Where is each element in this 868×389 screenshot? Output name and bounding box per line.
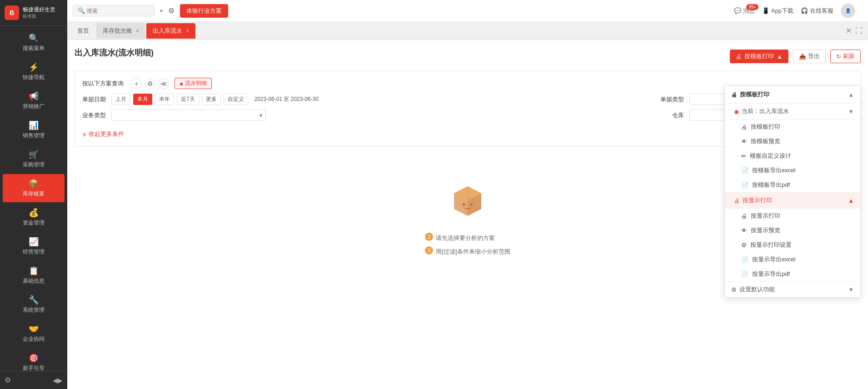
date-this-month[interactable]: 本月 <box>133 94 152 105</box>
sidebar-item-label: 资金管理 <box>23 219 45 227</box>
app-download-button[interactable]: 📱 App下载 <box>762 7 793 15</box>
empty-step-2: 2 用[过滤]条件来缩小分析范围 <box>425 246 510 258</box>
topbar: 🔍 ▾ ⚙ 体验行业方案 💬 消息 99+ 📱 App下载 🎧 在线客服 <box>67 0 868 22</box>
sidebar-item-label: 新手引导 <box>23 364 45 371</box>
svg-point-6 <box>470 203 473 206</box>
date-this-year[interactable]: 本年 <box>155 94 174 105</box>
sidebar-item-search[interactable]: 🔍 搜索菜单 <box>3 29 65 57</box>
sidebar-item-sales[interactable]: 📊 销售管理 <box>3 116 65 144</box>
dropdown-section-display-header[interactable]: 🖨 按显示打印 ▲ <box>725 193 860 208</box>
display-section-text: 按显示打印 <box>743 196 772 204</box>
message-badge: 99+ <box>746 4 758 10</box>
app-name: 畅捷通好生意 <box>23 6 55 14</box>
dropdown-item-template-design[interactable]: ✏ 模板自定义设计 <box>725 149 860 163</box>
dropdown-item-template-print[interactable]: 🖨 按模板打印 <box>725 120 860 134</box>
filter-tag-water[interactable]: ● 流水明细 <box>175 78 212 89</box>
sidebar-item-label: 搜索菜单 <box>23 45 45 52</box>
export-button[interactable]: 📤 导出 <box>793 50 826 63</box>
tab-batch-account-close[interactable]: × <box>136 28 139 34</box>
dropdown-panel: 🖨 按模板打印 ▲ ◉ 当前：出入库流水 ▼ <box>724 85 861 298</box>
tab-inout-flow-close[interactable]: × <box>186 28 189 34</box>
empty-state-image <box>445 180 490 225</box>
dropdown-item-display-print-label: 按显示打印 <box>751 212 780 220</box>
sidebar-item-collab[interactable]: 🤝 企业协同 <box>3 319 65 348</box>
date-prev-month[interactable]: 上月 <box>111 94 130 105</box>
sidebar-item-purchase[interactable]: 🛒 采购管理 <box>3 145 65 173</box>
app-tag: 标准版 <box>23 13 55 20</box>
basic-info-icon: 📋 <box>29 266 39 276</box>
dropdown-section-current-header[interactable]: ◉ 当前：出入库流水 ▼ <box>725 104 860 119</box>
page-title: 出入库流水(流水明细) <box>75 47 154 58</box>
empty-box-svg <box>445 180 490 225</box>
dropdown-section-current-title: ◉ 当前：出入库流水 <box>734 107 789 115</box>
tab-batch-account-label: 库存批次账 <box>103 27 132 35</box>
export-icon: 📤 <box>799 53 806 60</box>
filter-settings-button[interactable]: ⚙ <box>145 78 155 89</box>
tab-home[interactable]: 首页 <box>71 23 95 39</box>
sidebar-item-label: 库存核算 <box>23 190 45 198</box>
tab-inout-flow-label: 出入库流水 <box>153 27 182 35</box>
sidebar-item-quick-nav[interactable]: ⚡ 快捷导航 <box>3 58 65 86</box>
business-type-select[interactable] <box>111 110 266 121</box>
date-7days[interactable]: 近7天 <box>177 94 199 105</box>
tag-label: 流水明细 <box>185 80 207 87</box>
sidebar-item-finance[interactable]: 💰 资金管理 <box>3 203 65 231</box>
refresh-button[interactable]: ↻ 刷新 <box>830 50 861 63</box>
sidebar-collapse-btn[interactable]: ◀▶ <box>53 377 63 384</box>
sidebar-item-system[interactable]: 🔧 系统管理 <box>3 290 65 319</box>
sidebar-item-label: 采购管理 <box>23 161 45 169</box>
sidebar-item-inventory[interactable]: 📦 库存核算 <box>3 174 65 202</box>
step-1-num: 1 <box>425 233 433 241</box>
dropdown-footer-title: ⚙ 设置默认功能 <box>731 285 775 294</box>
dropdown-section1-arrow: ▼ <box>848 108 854 115</box>
topbar-search-input[interactable] <box>87 8 141 14</box>
sidebar: B 畅捷通好生意 标准版 🔍 搜索菜单 ⚡ 快捷导航 📢 营销推广 📊 <box>0 0 67 389</box>
page-content: 出入库流水(流水明细) 🖨 按模板打印 ▲ 📤 导出 ↻ 刷新 <box>67 40 868 389</box>
sidebar-item-guide[interactable]: 🎯 新手引导 <box>3 349 65 371</box>
dropdown-item-display-settings[interactable]: ⚙ 按显示打印设置 <box>725 238 860 252</box>
dropdown-item-display-pdf[interactable]: 📄 按显示导出pdf <box>725 267 860 281</box>
filter-collapse-button[interactable]: ≪ <box>158 78 169 89</box>
tab-batch-account[interactable]: 库存批次账 × <box>96 23 145 39</box>
dropdown-item-template-excel[interactable]: 📄 按模板导出excel <box>725 163 860 178</box>
dropdown-item-display-print[interactable]: 🖨 按显示打印 <box>725 209 860 223</box>
display-print-icon: 🖨 <box>734 197 740 204</box>
step-2-text: 用[过滤]条件来缩小分析范围 <box>436 246 510 258</box>
dropdown-header[interactable]: 🖨 按模板打印 ▲ <box>725 86 860 104</box>
business-type-select-wrap: ▾ <box>111 110 266 121</box>
template-print-button[interactable]: 🖨 按模板打印 ▲ <box>730 50 788 63</box>
filter-add-button[interactable]: + <box>131 78 142 89</box>
tab-inout-flow[interactable]: 出入库流水 × <box>146 23 195 39</box>
message-button[interactable]: 💬 消息 99+ <box>734 7 755 15</box>
solution-button[interactable]: 体验行业方案 <box>180 4 228 18</box>
dropdown-item-template-pdf[interactable]: 📄 按模板导出pdf <box>725 178 860 192</box>
topbar-chevron-icon[interactable]: ▾ <box>160 8 163 14</box>
topbar-settings-icon[interactable]: ⚙ <box>168 6 175 15</box>
dropdown-item-display-excel[interactable]: 📄 按显示导出excel <box>725 252 860 267</box>
tab-maximize-icon[interactable]: ⛶ <box>855 27 863 35</box>
online-service-button[interactable]: 🎧 在线客服 <box>801 7 833 15</box>
current-template-icon: ◉ <box>734 108 739 115</box>
online-service-icon: 🎧 <box>801 7 808 14</box>
sidebar-item-basic-info[interactable]: 📋 基础信息 <box>3 261 65 289</box>
date-custom[interactable]: 自定义 <box>224 94 248 105</box>
template-print-arrow: ▲ <box>777 53 783 60</box>
sidebar-item-operation[interactable]: 📈 经营管理 <box>3 232 65 260</box>
filter-actions: + ⚙ ≪ <box>131 78 169 89</box>
collab-icon: 🤝 <box>29 324 39 334</box>
sidebar-settings-btn[interactable]: ⚙ <box>5 376 11 384</box>
collapse-label: 收起更多条件 <box>89 130 124 138</box>
app-download-label: App下载 <box>771 7 793 15</box>
voucher-type-label: 单据类型 <box>660 95 684 104</box>
tab-close-all-icon[interactable]: ✕ <box>846 26 852 35</box>
dropdown-footer[interactable]: ⚙ 设置默认功能 ▼ <box>725 282 860 297</box>
sidebar-item-label: 经营管理 <box>23 248 45 256</box>
dropdown-item-template-preview[interactable]: 👁 按模板预览 <box>725 134 860 149</box>
sidebar-logo: B 畅捷通好生意 标准版 <box>0 0 67 26</box>
collapse-button[interactable]: ∧ 收起更多条件 <box>82 128 124 140</box>
date-more[interactable]: 更多 <box>202 94 221 105</box>
quick-nav-icon: ⚡ <box>29 62 39 72</box>
user-avatar[interactable]: 👤 <box>841 4 855 18</box>
sidebar-item-marketing[interactable]: 📢 营销推广 <box>3 87 65 115</box>
dropdown-item-display-preview[interactable]: 👁 按显示预览 <box>725 223 860 238</box>
